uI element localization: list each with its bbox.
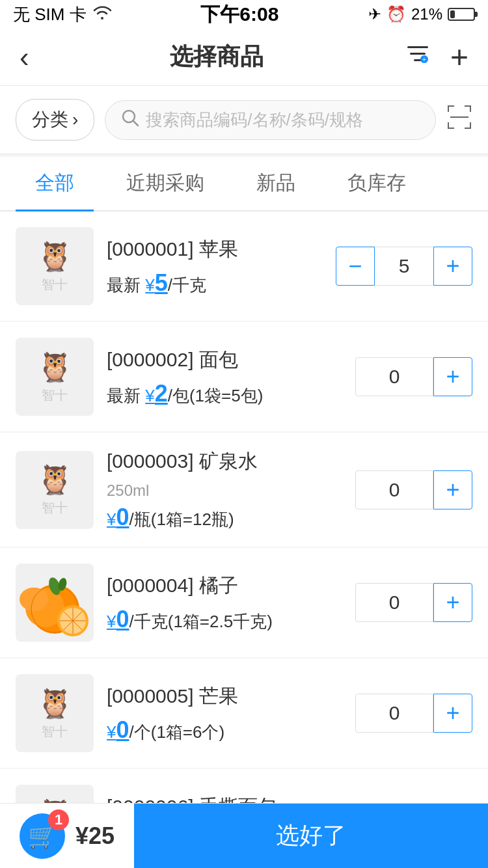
orange-svg <box>16 563 94 642</box>
nav-left: ‹ <box>20 41 29 74</box>
category-label: 分类 <box>32 107 68 132</box>
product-name-1: [0000001] 苹果 <box>107 236 323 263</box>
product-info-1: [0000001] 苹果 最新 ¥5/千克 <box>107 236 323 297</box>
price-unit-4: /千克(1箱=2.5千克) <box>129 612 273 631</box>
svg-text:+: + <box>422 56 426 63</box>
product-list: 🦉 智十 [0000001] 苹果 最新 ¥5/千克 − + 🦉 智十 [000… <box>0 211 488 868</box>
yuan-sign-5: ¥ <box>107 722 116 742</box>
product-info-2: [0000002] 面包 最新 ¥2/包(1袋=5包) <box>107 347 342 407</box>
price-label-2: 最新 <box>107 386 145 405</box>
product-controls-4: + <box>355 583 472 622</box>
qty-input-3[interactable] <box>355 470 433 509</box>
price-unit-1: /千克 <box>168 275 206 295</box>
qty-input-2[interactable] <box>355 357 433 396</box>
owl-icon-5: 🦉 <box>37 686 73 720</box>
product-price-1: 最新 ¥5/千克 <box>107 269 323 297</box>
svg-rect-15 <box>450 116 468 118</box>
product-image-4 <box>16 563 94 642</box>
nav-right: + + <box>405 39 468 75</box>
nav-bar: ‹ 选择商品 + + <box>0 29 488 86</box>
svg-rect-10 <box>470 105 471 112</box>
owl-icon-2: 🦉 <box>37 350 73 384</box>
price-value-1: 5 <box>155 269 168 296</box>
category-button[interactable]: 分类 › <box>16 99 94 141</box>
bottom-bar: 🛒 1 ¥25 选好了 <box>0 803 488 868</box>
svg-rect-14 <box>470 122 471 129</box>
product-price-3: ¥0/瓶(1箱=12瓶) <box>107 504 342 531</box>
yuan-sign-1: ¥ <box>145 275 154 295</box>
product-name-2: [0000002] 面包 <box>107 347 342 373</box>
product-controls-3: + <box>355 470 472 509</box>
alarm-icon: ⏰ <box>386 5 406 23</box>
qty-decrease-1[interactable]: − <box>336 247 375 286</box>
status-bar: 无 SIM 卡 下午6:08 ✈ ⏰ 21% <box>0 0 488 29</box>
svg-rect-12 <box>448 122 449 129</box>
product-info-3: [0000003] 矿泉水 250ml ¥0/瓶(1箱=12瓶) <box>107 448 342 531</box>
category-arrow-icon: › <box>72 109 78 130</box>
yuan-sign-4: ¥ <box>107 612 116 631</box>
scan-icon[interactable] <box>446 104 472 136</box>
cart-badge: 1 <box>48 809 69 830</box>
filter-bar: 分类 › 搜索商品编码/名称/条码/规格 <box>0 86 488 154</box>
owl-text-3: 智十 <box>42 499 68 517</box>
product-spec-3: 250ml <box>107 481 342 500</box>
qty-increase-4[interactable]: + <box>433 583 472 622</box>
product-price-4: ¥0/千克(1箱=2.5千克) <box>107 606 342 633</box>
search-placeholder: 搜索商品编码/名称/条码/规格 <box>146 109 363 131</box>
filter-icon[interactable]: + <box>405 42 431 72</box>
add-button[interactable]: + <box>450 39 468 75</box>
product-image-1: 🦉 智十 <box>16 227 94 305</box>
product-info-5: [0000005] 芒果 ¥0/个(1箱=6个) <box>107 683 342 744</box>
price-unit-3: /瓶(1箱=12瓶) <box>129 509 234 529</box>
product-price-5: ¥0/个(1箱=6个) <box>107 716 342 744</box>
time-display: 下午6:08 <box>200 1 278 28</box>
cart-section[interactable]: 🛒 1 ¥25 <box>0 813 134 859</box>
product-controls-5: + <box>355 694 472 733</box>
qty-input-1[interactable] <box>375 247 433 286</box>
owl-text-1: 智十 <box>42 276 68 293</box>
owl-icon-1: 🦉 <box>37 239 73 273</box>
svg-line-6 <box>133 121 138 126</box>
product-name-3: [0000003] 矿泉水 <box>107 448 342 475</box>
cart-total: ¥25 <box>75 822 115 850</box>
product-price-2: 最新 ¥2/包(1袋=5包) <box>107 380 342 407</box>
qty-increase-1[interactable]: + <box>433 247 472 286</box>
qty-input-4[interactable] <box>355 583 433 622</box>
tab-bar: 全部 近期采购 新品 负库存 <box>0 157 488 211</box>
svg-rect-1 <box>410 53 426 55</box>
product-item-3: 🦉 智十 [0000003] 矿泉水 250ml ¥0/瓶(1箱=12瓶) + <box>0 433 488 547</box>
back-button[interactable]: ‹ <box>20 41 29 74</box>
owl-text-5: 智十 <box>42 723 68 740</box>
yuan-sign-2: ¥ <box>145 386 154 405</box>
svg-rect-0 <box>407 46 428 48</box>
status-right: ✈ ⏰ 21% <box>368 5 475 23</box>
tab-new[interactable]: 新品 <box>237 157 315 211</box>
product-item-5: 🦉 智十 [0000005] 芒果 ¥0/个(1箱=6个) + <box>0 658 488 768</box>
wifi-icon <box>93 5 111 25</box>
product-item-2: 🦉 智十 [0000002] 面包 最新 ¥2/包(1袋=5包) + <box>0 322 488 431</box>
product-image-2: 🦉 智十 <box>16 338 94 416</box>
tab-negative-stock[interactable]: 负库存 <box>328 157 426 211</box>
qty-increase-2[interactable]: + <box>433 357 472 396</box>
price-value-3: 0 <box>116 504 129 530</box>
qty-input-5[interactable] <box>355 694 433 733</box>
product-name-4: [0000004] 橘子 <box>107 573 342 599</box>
price-value-5: 0 <box>116 716 129 743</box>
battery-icon <box>448 8 475 21</box>
tab-all[interactable]: 全部 <box>16 157 94 211</box>
confirm-button[interactable]: 选好了 <box>134 804 488 868</box>
qty-increase-3[interactable]: + <box>433 470 472 509</box>
status-left: 无 SIM 卡 <box>13 3 111 26</box>
product-controls-1: − + <box>336 247 472 286</box>
owl-icon-3: 🦉 <box>37 463 73 496</box>
search-box[interactable]: 搜索商品编码/名称/条码/规格 <box>105 100 436 140</box>
product-item-4: [0000004] 橘子 ¥0/千克(1箱=2.5千克) + <box>0 548 488 657</box>
qty-increase-5[interactable]: + <box>433 694 472 733</box>
product-image-5: 🦉 智十 <box>16 674 94 752</box>
tab-recent[interactable]: 近期采购 <box>107 157 224 211</box>
svg-rect-8 <box>448 105 449 112</box>
price-value-2: 2 <box>155 380 168 407</box>
product-item-1: 🦉 智十 [0000001] 苹果 最新 ¥5/千克 − + <box>0 211 488 321</box>
price-label-1: 最新 <box>107 275 145 295</box>
cart-icon-wrapper: 🛒 1 <box>20 813 65 859</box>
